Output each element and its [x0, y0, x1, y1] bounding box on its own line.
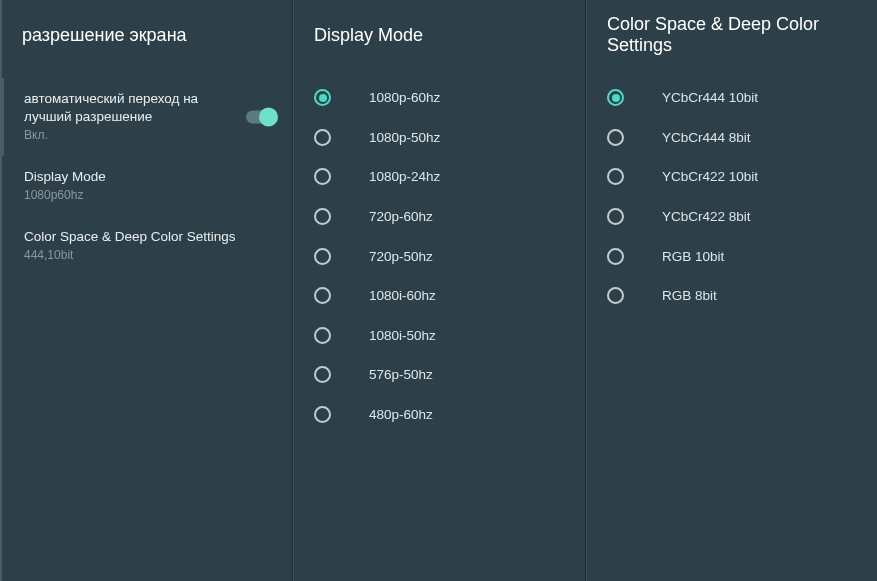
- display-mode-option[interactable]: 720p-50hz: [294, 236, 585, 276]
- color-space-option[interactable]: RGB 10bit: [587, 236, 877, 276]
- panel-title: Color Space & Deep Color Settings: [587, 0, 877, 70]
- radio-icon: [607, 248, 624, 265]
- panel-title: разрешение экрана: [2, 0, 292, 70]
- color-space-option[interactable]: YCbCr422 8bit: [587, 197, 877, 237]
- radio-label: RGB 10bit: [662, 249, 724, 264]
- setting-value: Вкл.: [24, 128, 272, 144]
- radio-label: 720p-50hz: [369, 249, 433, 264]
- radio-label: 1080p-50hz: [369, 130, 440, 145]
- display-mode-option[interactable]: 1080p-50hz: [294, 118, 585, 158]
- radio-icon: [314, 248, 331, 265]
- setting-label: автоматический переход на лучший разреше…: [24, 90, 272, 126]
- radio-icon: [314, 208, 331, 225]
- radio-label: 1080i-50hz: [369, 328, 436, 343]
- radio-icon: [607, 168, 624, 185]
- radio-label: YCbCr444 10bit: [662, 90, 758, 105]
- radio-label: YCbCr422 8bit: [662, 209, 751, 224]
- radio-icon: [607, 287, 624, 304]
- setting-label: Color Space & Deep Color Settings: [24, 228, 272, 246]
- radio-label: 576p-50hz: [369, 367, 433, 382]
- toggle-icon: [246, 111, 274, 124]
- radio-label: 1080p-24hz: [369, 169, 440, 184]
- screen-resolution-panel: разрешение экрана автоматический переход…: [0, 0, 293, 581]
- display-mode-option[interactable]: 576p-50hz: [294, 355, 585, 395]
- display-mode-option[interactable]: 1080p-60hz: [294, 78, 585, 118]
- display-mode-options: 1080p-60hz1080p-50hz1080p-24hz720p-60hz7…: [294, 70, 585, 434]
- color-space-option[interactable]: YCbCr422 10bit: [587, 157, 877, 197]
- display-mode-setting[interactable]: Display Mode 1080p60hz: [2, 156, 292, 216]
- setting-value: 444,10bit: [24, 248, 272, 264]
- display-mode-option[interactable]: 480p-60hz: [294, 395, 585, 435]
- radio-label: 480p-60hz: [369, 407, 433, 422]
- radio-icon: [314, 168, 331, 185]
- color-space-option[interactable]: YCbCr444 8bit: [587, 118, 877, 158]
- radio-label: YCbCr422 10bit: [662, 169, 758, 184]
- panel-title: Display Mode: [294, 0, 585, 70]
- radio-label: 720p-60hz: [369, 209, 433, 224]
- radio-label: YCbCr444 8bit: [662, 130, 751, 145]
- radio-label: RGB 8bit: [662, 288, 717, 303]
- display-mode-option[interactable]: 1080p-24hz: [294, 157, 585, 197]
- radio-icon: [607, 208, 624, 225]
- setting-value: 1080p60hz: [24, 188, 272, 204]
- display-mode-option[interactable]: 1080i-50hz: [294, 316, 585, 356]
- radio-icon: [314, 406, 331, 423]
- radio-icon: [314, 89, 331, 106]
- color-space-option[interactable]: YCbCr444 10bit: [587, 78, 877, 118]
- color-space-option[interactable]: RGB 8bit: [587, 276, 877, 316]
- radio-icon: [314, 129, 331, 146]
- auto-resolution-setting[interactable]: автоматический переход на лучший разреше…: [2, 78, 292, 156]
- setting-label: Display Mode: [24, 168, 272, 186]
- radio-label: 1080p-60hz: [369, 90, 440, 105]
- toggle-switch[interactable]: [246, 111, 274, 124]
- display-mode-option[interactable]: 720p-60hz: [294, 197, 585, 237]
- radio-icon: [314, 287, 331, 304]
- radio-icon: [607, 89, 624, 106]
- display-mode-option[interactable]: 1080i-60hz: [294, 276, 585, 316]
- display-mode-panel: Display Mode 1080p-60hz1080p-50hz1080p-2…: [293, 0, 586, 581]
- radio-icon: [314, 327, 331, 344]
- color-space-panel: Color Space & Deep Color Settings YCbCr4…: [586, 0, 877, 581]
- radio-icon: [607, 129, 624, 146]
- settings-list: автоматический переход на лучший разреше…: [2, 70, 292, 276]
- color-space-options: YCbCr444 10bitYCbCr444 8bitYCbCr422 10bi…: [587, 70, 877, 316]
- color-space-setting[interactable]: Color Space & Deep Color Settings 444,10…: [2, 216, 292, 276]
- radio-icon: [314, 366, 331, 383]
- radio-label: 1080i-60hz: [369, 288, 436, 303]
